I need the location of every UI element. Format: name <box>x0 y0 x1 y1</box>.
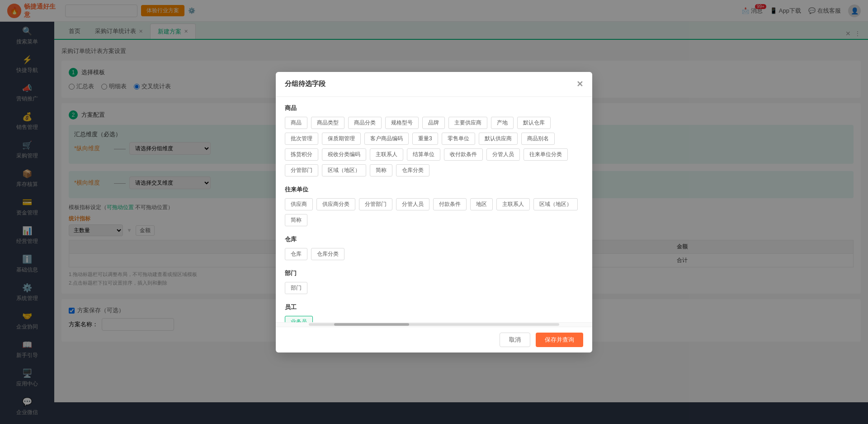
tag-warehouse[interactable]: 仓库 <box>285 248 307 260</box>
tag-managed-person[interactable]: 分管人员 <box>396 198 429 210</box>
tag-expiry-mgmt[interactable]: 保质期管理 <box>322 133 361 145</box>
cancel-button[interactable]: 取消 <box>500 333 530 347</box>
tag-main-contact[interactable]: 主联系人 <box>370 148 403 161</box>
tag-product-category[interactable]: 商品分类 <box>348 117 382 129</box>
tag-supplier-category[interactable]: 供应商分类 <box>316 198 355 210</box>
tag-region-partner[interactable]: 区域（地区） <box>533 198 578 210</box>
section-dept: 部门 部门 <box>285 269 583 294</box>
tag-customer-code[interactable]: 客户商品编码 <box>364 133 409 145</box>
tag-batch-mgmt[interactable]: 批次管理 <box>285 133 318 145</box>
tag-region[interactable]: 区域（地区） <box>322 164 366 176</box>
tag-supplier[interactable]: 供应商 <box>285 198 313 210</box>
modal-dialog: 分组待选字段 ✕ 商品 商品 商品类型 商品分类 规格型号 品牌 主要供应商 产… <box>276 72 592 353</box>
tag-tax-code[interactable]: 税收分类编码 <box>322 148 366 161</box>
section-product-tags: 商品 商品类型 商品分类 规格型号 品牌 主要供应商 产地 默认仓库 批次管理 … <box>285 117 583 176</box>
section-partner: 往来单位 供应商 供应商分类 分管部门 分管人员 付款条件 地区 主联系人 区域… <box>285 186 583 226</box>
section-product-title: 商品 <box>285 104 583 112</box>
tag-settlement-unit[interactable]: 结算单位 <box>407 148 440 161</box>
tag-retail-unit[interactable]: 零售单位 <box>442 133 475 145</box>
section-warehouse-tags: 仓库 仓库分类 <box>285 248 583 260</box>
section-staff-tags: 业务员 <box>285 316 583 323</box>
modal-body[interactable]: 商品 商品 商品类型 商品分类 规格型号 品牌 主要供应商 产地 默认仓库 批次… <box>276 97 592 323</box>
section-staff-title: 员工 <box>285 303 583 311</box>
section-partner-title: 往来单位 <box>285 186 583 194</box>
section-staff: 员工 业务员 <box>285 303 583 323</box>
modal-overlay: 分组待选字段 ✕ 商品 商品 商品类型 商品分类 规格型号 品牌 主要供应商 产… <box>0 0 868 424</box>
tag-product[interactable]: 商品 <box>285 117 307 129</box>
tag-partner-category[interactable]: 往来单位分类 <box>524 148 568 161</box>
tag-default-supplier[interactable]: 默认供应商 <box>479 133 518 145</box>
tag-main-contact-partner[interactable]: 主联系人 <box>496 198 530 210</box>
tag-abbr-partner[interactable]: 简称 <box>285 214 307 226</box>
tag-origin[interactable]: 产地 <box>491 117 514 129</box>
tag-brand[interactable]: 品牌 <box>422 117 445 129</box>
tag-default-warehouse[interactable]: 默认仓库 <box>517 117 551 129</box>
tag-main-supplier[interactable]: 主要供应商 <box>448 117 487 129</box>
tag-spec-model[interactable]: 规格型号 <box>385 117 419 129</box>
modal-footer: 取消 保存并查询 <box>276 327 592 353</box>
section-dept-title: 部门 <box>285 269 583 277</box>
section-product: 商品 商品 商品类型 商品分类 规格型号 品牌 主要供应商 产地 默认仓库 批次… <box>285 104 583 176</box>
tag-payment-terms[interactable]: 收付款条件 <box>444 148 483 161</box>
modal-hscroll[interactable] <box>276 322 592 326</box>
tag-abbr[interactable]: 简称 <box>370 164 392 176</box>
section-partner-tags: 供应商 供应商分类 分管部门 分管人员 付款条件 地区 主联系人 区域（地区） … <box>285 198 583 226</box>
tag-salesperson[interactable]: 业务员 <box>285 316 313 323</box>
confirm-button[interactable]: 保存并查询 <box>536 333 583 347</box>
section-warehouse-title: 仓库 <box>285 235 583 243</box>
modal-header: 分组待选字段 ✕ <box>276 72 592 97</box>
tag-warehouse-cat[interactable]: 仓库分类 <box>311 248 344 260</box>
tag-pick-points[interactable]: 拣货积分 <box>285 148 318 161</box>
tag-product-type[interactable]: 商品类型 <box>311 117 344 129</box>
section-dept-tags: 部门 <box>285 282 583 294</box>
tag-payment-condition[interactable]: 付款条件 <box>433 198 467 210</box>
modal-title: 分组待选字段 <box>285 80 326 88</box>
modal-close-btn[interactable]: ✕ <box>576 79 583 89</box>
tag-managed-dept[interactable]: 分管部门 <box>359 198 392 210</box>
tag-weight[interactable]: 重量3 <box>412 133 438 145</box>
tag-dept[interactable]: 部门 <box>285 282 307 294</box>
tag-warehouse-category[interactable]: 仓库分类 <box>396 164 429 176</box>
tag-area[interactable]: 地区 <box>470 198 493 210</box>
section-warehouse: 仓库 仓库 仓库分类 <box>285 235 583 260</box>
tag-manager[interactable]: 分管人员 <box>486 148 520 161</box>
tag-dept-managed[interactable]: 分管部门 <box>285 164 318 176</box>
tag-alias[interactable]: 商品别名 <box>521 133 555 145</box>
